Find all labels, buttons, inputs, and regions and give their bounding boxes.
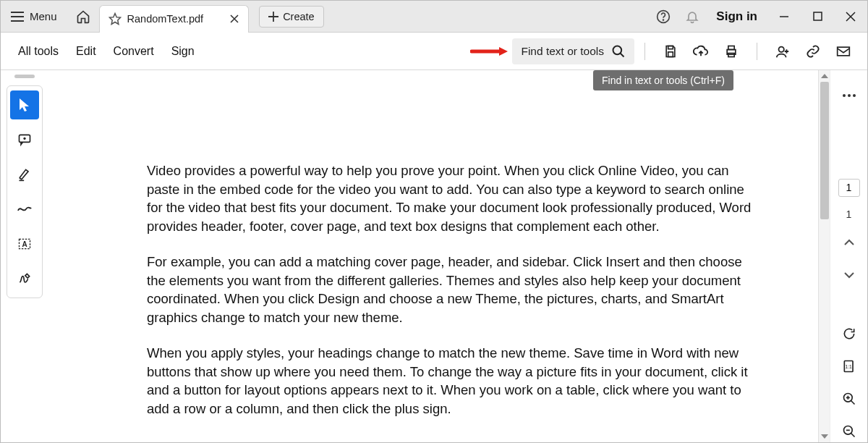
close-icon xyxy=(230,14,239,23)
link-button[interactable] xyxy=(805,43,821,59)
mail-icon xyxy=(836,46,851,57)
cloud-upload-icon xyxy=(693,44,709,59)
sign-in-button[interactable]: Sign in xyxy=(706,9,767,24)
draw-tool[interactable] xyxy=(10,195,39,224)
find-tooltip: Find in text or tools (Ctrl+F) xyxy=(593,70,733,90)
divider xyxy=(644,43,645,60)
titlebar: Menu RandomText.pdf Create Sign in xyxy=(1,1,867,33)
home-icon xyxy=(76,9,90,24)
callout-arrow-icon xyxy=(470,46,508,57)
svg-line-26 xyxy=(851,434,854,437)
share-button[interactable] xyxy=(775,43,791,59)
star-icon xyxy=(109,12,122,25)
page-down-button[interactable] xyxy=(838,264,860,285)
tab-title: RandomText.pdf xyxy=(127,13,204,25)
scroll-down-button[interactable] xyxy=(819,431,830,442)
help-button[interactable] xyxy=(655,9,671,25)
scroll-thumb[interactable] xyxy=(820,82,829,219)
email-button[interactable] xyxy=(835,43,851,59)
document-tab[interactable]: RandomText.pdf xyxy=(99,5,250,33)
document-viewport[interactable]: Video provides a powerful way to help yo… xyxy=(48,70,830,442)
save-button[interactable] xyxy=(663,43,678,59)
svg-point-20 xyxy=(853,94,856,97)
fill-sign-tool[interactable] xyxy=(10,264,39,293)
page-total: 1 xyxy=(846,208,852,220)
menu-label: Menu xyxy=(30,10,57,22)
create-label: Create xyxy=(283,11,315,22)
convert-menu[interactable]: Convert xyxy=(105,39,163,64)
sign-menu[interactable]: Sign xyxy=(163,39,203,64)
zoom-in-icon xyxy=(842,392,856,406)
svg-marker-5 xyxy=(499,47,508,56)
home-button[interactable] xyxy=(67,1,99,33)
highlighter-icon xyxy=(17,167,32,182)
vertical-scrollbar[interactable] xyxy=(818,70,830,442)
search-icon xyxy=(611,44,626,59)
edit-menu[interactable]: Edit xyxy=(67,39,105,64)
print-button[interactable] xyxy=(723,43,739,59)
page-up-button[interactable] xyxy=(838,232,860,253)
window-minimize-button[interactable] xyxy=(767,1,801,33)
svg-point-18 xyxy=(843,94,846,97)
close-icon xyxy=(846,12,856,22)
highlight-tool[interactable] xyxy=(10,160,39,189)
maximize-icon xyxy=(813,12,822,21)
svg-line-7 xyxy=(621,53,624,56)
zoom-out-icon xyxy=(842,424,856,439)
create-button[interactable]: Create xyxy=(259,6,324,28)
paragraph: Video provides a powerful way to help yo… xyxy=(147,161,757,235)
help-icon xyxy=(656,9,671,24)
fit-page-button[interactable]: 1:1 xyxy=(838,355,860,376)
save-icon xyxy=(663,44,678,59)
svg-point-6 xyxy=(613,46,622,54)
zoom-out-button[interactable] xyxy=(838,421,860,442)
svg-rect-9 xyxy=(668,51,673,56)
left-tool-rail: A xyxy=(1,70,48,442)
cursor-icon xyxy=(17,97,32,113)
page-number-input[interactable]: 1 xyxy=(838,179,860,197)
more-options-button[interactable] xyxy=(838,85,860,106)
paragraph: When you apply styles, your headings cha… xyxy=(147,344,757,418)
link-icon xyxy=(806,44,820,59)
svg-point-19 xyxy=(848,94,851,97)
paragraph: For example, you can add a matching cove… xyxy=(147,253,757,326)
find-text-button[interactable]: Find text or tools xyxy=(512,38,634,64)
upload-cloud-button[interactable] xyxy=(693,43,709,59)
svg-rect-11 xyxy=(728,46,734,49)
more-horizontal-icon xyxy=(842,93,856,98)
right-view-rail: 1 1 1:1 xyxy=(830,70,867,442)
svg-rect-14 xyxy=(838,47,850,56)
text-box-tool[interactable]: A xyxy=(10,229,39,258)
menu-button[interactable]: Menu xyxy=(1,1,67,32)
rail-grip[interactable] xyxy=(14,75,35,78)
share-people-icon xyxy=(775,44,791,59)
bell-icon xyxy=(685,9,699,24)
tab-close-button[interactable] xyxy=(228,12,241,25)
svg-rect-8 xyxy=(668,46,673,48)
all-tools-menu[interactable]: All tools xyxy=(9,39,67,64)
select-tool[interactable] xyxy=(10,90,39,119)
chevron-up-icon xyxy=(821,74,828,78)
toolbar: All tools Edit Convert Sign Find text or… xyxy=(1,33,867,70)
svg-point-13 xyxy=(779,46,784,51)
chevron-down-icon xyxy=(821,434,828,439)
freeform-icon xyxy=(17,203,33,215)
document-content: Video provides a powerful way to help yo… xyxy=(48,70,830,418)
text-box-icon: A xyxy=(17,237,32,251)
scroll-up-button[interactable] xyxy=(819,70,830,82)
find-label: Find text or tools xyxy=(521,45,604,58)
notifications-button[interactable] xyxy=(684,9,700,25)
svg-marker-0 xyxy=(109,14,120,25)
chevron-down-icon xyxy=(843,271,855,279)
svg-text:A: A xyxy=(22,240,27,248)
hamburger-icon xyxy=(11,12,24,22)
window-maximize-button[interactable] xyxy=(801,1,834,33)
minimize-icon xyxy=(779,12,789,22)
rotate-view-button[interactable] xyxy=(838,323,860,344)
window-close-button[interactable] xyxy=(834,1,867,33)
svg-text:1:1: 1:1 xyxy=(845,363,852,368)
comment-tool[interactable] xyxy=(10,125,39,154)
svg-rect-3 xyxy=(814,12,822,20)
svg-point-2 xyxy=(663,20,664,20)
zoom-in-button[interactable] xyxy=(838,389,860,410)
